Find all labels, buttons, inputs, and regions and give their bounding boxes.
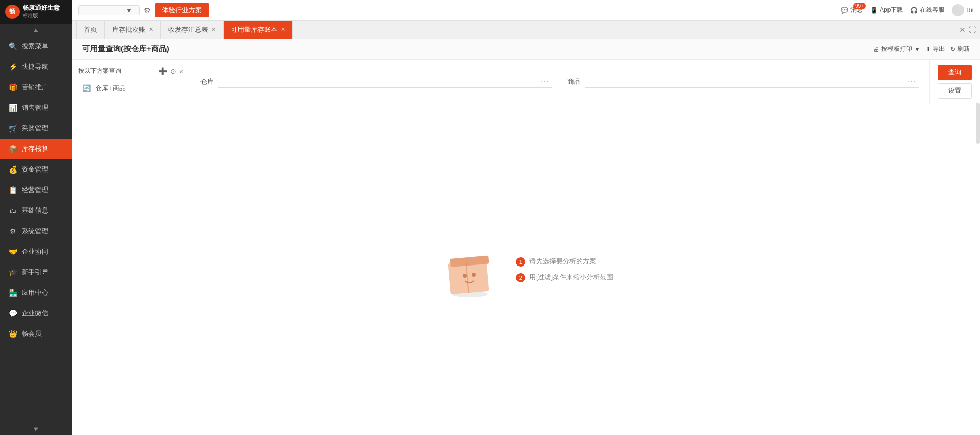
search-icon: 🔍	[8, 42, 17, 51]
trial-button[interactable]: 体验行业方案	[155, 3, 209, 17]
online-service-button[interactable]: 🎧 在线客服	[910, 6, 945, 14]
empty-svg-illustration	[439, 239, 501, 300]
sidebar-item-member[interactable]: 👑 畅会员	[0, 324, 72, 344]
resize-icon[interactable]: ⛶	[969, 26, 976, 34]
gift-icon: 🎁	[8, 83, 17, 92]
app-download-button[interactable]: 📱 App下载	[870, 6, 903, 14]
sidebar-item-shortcut[interactable]: ⚡ 快捷导航	[0, 56, 72, 77]
close-all-tabs-button[interactable]: ✕	[959, 26, 966, 34]
warehouse-input[interactable]	[220, 78, 538, 85]
page-header: 可用量查询(按仓库+商品) 🖨 按模板打印 ▼ ⬆ 导出 ↻ 刷新	[72, 39, 980, 60]
warehouse-more-icon[interactable]: ···	[540, 77, 550, 86]
sidebar-title: 畅康通好生意	[23, 4, 60, 12]
gear-icon: ⚙	[8, 226, 17, 236]
sidebar-header: 畅 畅康通好生意 标准版	[0, 0, 72, 24]
svg-point-4	[463, 274, 467, 278]
page-actions: 🖨 按模板打印 ▼ ⬆ 导出 ↻ 刷新	[873, 45, 970, 53]
filter-area: 按以下方案查询 ➕ ⊙ « 🔄 仓库+商品 仓库	[72, 60, 980, 104]
add-scheme-icon[interactable]: ➕	[158, 67, 167, 75]
message-icon: 💬	[841, 7, 848, 14]
page-content: 可用量查询(按仓库+商品) 🖨 按模板打印 ▼ ⬆ 导出 ↻ 刷新	[72, 39, 980, 435]
cart-icon: 🛒	[8, 124, 17, 133]
empty-hint: 1 请先选择要分析的方案 2 用[过滤]条件来缩小分析范围	[516, 257, 613, 282]
sidebar-subtitle: 标准版	[23, 12, 60, 20]
topbar-dropdown-icon[interactable]: ▼	[126, 7, 132, 14]
refresh-icon: ↻	[950, 46, 955, 53]
filter-fields-area: 仓库 ··· 商品 ··· 查询	[190, 60, 980, 104]
wechat-icon: 💬	[8, 309, 17, 318]
sidebar-logo: 畅	[5, 5, 20, 19]
filter-sidebar-title: 按以下方案查询	[78, 67, 121, 75]
product-input[interactable]	[587, 78, 905, 85]
topbar-right-area: 💬 消息 99+ 📱 App下载 🎧 在线客服 Rit	[841, 4, 974, 16]
scheme-item-warehouse-product[interactable]: 🔄 仓库+商品	[72, 80, 190, 97]
tab-close-batch[interactable]: ✕	[149, 26, 153, 33]
sidebar-item-apps[interactable]: 🏪 应用中心	[0, 282, 72, 303]
hint-num-1: 1	[516, 257, 525, 267]
box-icon: 📦	[8, 144, 17, 154]
scheme-item-icon: 🔄	[82, 84, 91, 92]
handshake-icon: 🤝	[8, 247, 17, 256]
sidebar-item-basic[interactable]: 🗂 基础信息	[0, 200, 72, 221]
sidebar-item-search[interactable]: 🔍 搜索菜单	[0, 36, 72, 56]
sidebar-item-wechat[interactable]: 💬 企业微信	[0, 303, 72, 324]
sidebar-item-finance[interactable]: 💰 资金管理	[0, 159, 72, 180]
product-input-wrap[interactable]: ···	[585, 76, 919, 88]
tab-batch[interactable]: 库存批次账 ✕	[105, 21, 161, 39]
tab-close-summary[interactable]: ✕	[211, 26, 216, 33]
sidebar-item-system[interactable]: ⚙ 系统管理	[0, 221, 72, 241]
empty-hint-item-1: 1 请先选择要分析的方案	[516, 257, 613, 267]
print-icon: 🖨	[873, 46, 879, 53]
sidebar-item-purchase[interactable]: 🛒 采购管理	[0, 118, 72, 139]
sidebar-scroll-down[interactable]: ▼	[0, 423, 72, 435]
print-button[interactable]: 🖨 按模板打印 ▼	[873, 45, 920, 53]
sidebar: 畅 畅康通好生意 标准版 ▲ 🔍 搜索菜单 ⚡ 快捷导航 🎁 营销推广 📊 销售…	[0, 0, 72, 435]
phone-icon: 📱	[870, 7, 878, 14]
product-more-icon[interactable]: ···	[907, 77, 917, 86]
user-menu-button[interactable]: Rit	[952, 4, 974, 16]
scrollbar-right-edge[interactable]	[976, 103, 980, 144]
export-icon: ⬆	[926, 46, 931, 53]
warehouse-filter-field: 仓库 ···	[200, 76, 552, 88]
folder-icon: 🗂	[8, 206, 17, 215]
headset-icon: 🎧	[910, 7, 918, 14]
sidebar-item-sales[interactable]: 📊 销售管理	[0, 98, 72, 118]
tab-close-available[interactable]: ✕	[281, 26, 285, 33]
sidebar-item-inventory[interactable]: 📦 库存核算	[0, 139, 72, 159]
tab-available[interactable]: 可用量库存账本 ✕	[224, 21, 293, 39]
topbar-gear-icon[interactable]: ⚙	[144, 6, 151, 14]
tabbar: 首页 库存批次账 ✕ 收发存汇总表 ✕ 可用量库存账本 ✕ ✕ ⛶	[72, 21, 980, 39]
sidebar-item-marketing[interactable]: 🎁 营销推广	[0, 77, 72, 98]
settings-scheme-icon[interactable]: ⊙	[170, 67, 176, 75]
sidebar-item-operation[interactable]: 📋 经营管理	[0, 180, 72, 200]
empty-illustration	[439, 239, 501, 300]
export-button[interactable]: ⬆ 导出	[926, 45, 945, 53]
warehouse-input-wrap[interactable]: ···	[218, 76, 552, 88]
settings-button[interactable]: 设置	[938, 83, 972, 99]
sidebar-scroll-up[interactable]: ▲	[0, 24, 72, 36]
tab-summary[interactable]: 收发存汇总表 ✕	[161, 21, 224, 39]
shortcut-icon: ⚡	[8, 62, 17, 71]
sidebar-item-enterprise[interactable]: 🤝 企业协同	[0, 241, 72, 262]
print-dropdown-icon[interactable]: ▼	[914, 46, 920, 53]
clipboard-icon: 📋	[8, 185, 17, 195]
topbar-search-input[interactable]	[83, 7, 124, 14]
topbar: ▼ ⚙ 体验行业方案 💬 消息 99+ 📱 App下载 🎧 在线客服 Rit	[72, 0, 980, 21]
empty-state: 1 请先选择要分析的方案 2 用[过滤]条件来缩小分析范围	[72, 104, 980, 435]
refresh-button[interactable]: ↻ 刷新	[950, 45, 970, 53]
collapse-scheme-icon[interactable]: «	[179, 67, 183, 75]
product-filter-field: 商品 ···	[567, 76, 919, 88]
chart-icon: 📊	[8, 103, 17, 112]
tab-home[interactable]: 首页	[76, 21, 105, 39]
topbar-search-box[interactable]: ▼	[78, 5, 140, 15]
guide-icon: 🎓	[8, 268, 17, 277]
sidebar-item-guide[interactable]: 🎓 新手引导	[0, 262, 72, 282]
sidebar-header-text: 畅康通好生意 标准版	[23, 4, 60, 20]
tabbar-actions: ✕ ⛶	[959, 26, 976, 34]
query-button[interactable]: 查询	[938, 65, 972, 80]
crown-icon: 👑	[8, 329, 17, 338]
store-icon: 🏪	[8, 288, 17, 297]
message-badge: 99+	[853, 3, 866, 9]
sidebar-nav: 🔍 搜索菜单 ⚡ 快捷导航 🎁 营销推广 📊 销售管理 🛒 采购管理 📦 库存核…	[0, 36, 72, 423]
message-button[interactable]: 💬 消息 99+	[841, 6, 863, 14]
